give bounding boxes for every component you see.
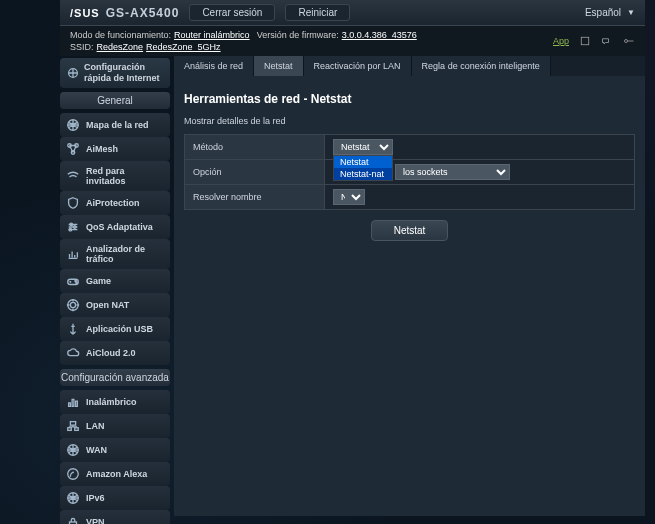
quick-setup-button[interactable]: Configuración rápida de Internet bbox=[60, 58, 170, 88]
svg-point-1 bbox=[625, 40, 628, 43]
sidebar-item-label: Aplicación USB bbox=[86, 324, 153, 334]
sidebar-item-wan[interactable]: WAN bbox=[60, 438, 170, 462]
svg-point-13 bbox=[76, 282, 77, 283]
fw-link[interactable]: 3.0.0.4.386_43576 bbox=[342, 30, 417, 40]
sidebar-item-open-nat[interactable]: Open NAT bbox=[60, 293, 170, 317]
tab-netstat[interactable]: Netstat bbox=[254, 56, 304, 76]
alexa-icon bbox=[66, 467, 80, 481]
app-link[interactable]: App bbox=[553, 36, 569, 46]
svg-rect-17 bbox=[68, 428, 72, 431]
tab-smart-connect[interactable]: Regla de conexión inteligente bbox=[412, 56, 551, 76]
sidebar-item-red-para-invitados[interactable]: Red para invitados bbox=[60, 161, 170, 191]
signal-icon bbox=[66, 395, 80, 409]
section-advanced: Configuración avanzada bbox=[60, 369, 170, 386]
sidebar-item-qos-adaptativa[interactable]: QoS Adaptativa bbox=[60, 215, 170, 239]
sidebar-item-vpn[interactable]: VPN bbox=[60, 510, 170, 524]
gamepad-icon bbox=[66, 274, 80, 288]
reboot-button[interactable]: Reiniciar bbox=[285, 4, 350, 21]
section-general: General bbox=[60, 92, 170, 109]
lock-icon bbox=[66, 515, 80, 524]
globe-icon bbox=[66, 491, 80, 505]
sidebar-item-inal-mbrico[interactable]: Inalámbrico bbox=[60, 390, 170, 414]
mode-label: Modo de funcionamiento: bbox=[70, 30, 171, 40]
sidebar-item-label: LAN bbox=[86, 421, 105, 431]
sidebar-item-lan[interactable]: LAN bbox=[60, 414, 170, 438]
option-select-2[interactable]: los sockets bbox=[395, 164, 510, 180]
ssid-label: SSID: bbox=[70, 42, 94, 52]
sidebar-item-label: WAN bbox=[86, 445, 107, 455]
model-name: GS-AX5400 bbox=[106, 6, 180, 20]
ssid2-link[interactable]: RedesZone_5GHz bbox=[146, 42, 221, 52]
sidebar-item-label: IPv6 bbox=[86, 493, 105, 503]
svg-point-20 bbox=[68, 469, 79, 480]
sidebar-item-label: Amazon Alexa bbox=[86, 469, 147, 479]
sidebar-item-label: AiProtection bbox=[86, 198, 140, 208]
tab-wol[interactable]: Reactivación por LAN bbox=[304, 56, 412, 76]
svg-rect-18 bbox=[75, 428, 79, 431]
wifi-icon bbox=[66, 169, 80, 183]
info-bar: Modo de funcionamiento: Router inalámbri… bbox=[60, 26, 645, 56]
sidebar-item-label: Inalámbrico bbox=[86, 397, 137, 407]
language-selector[interactable]: Español ▼ bbox=[585, 7, 635, 18]
sidebar: Configuración rápida de Internet General… bbox=[60, 56, 170, 524]
sidebar-item-label: VPN bbox=[86, 517, 105, 524]
resolve-label: Resolver nombre bbox=[185, 185, 325, 210]
sidebar-item-analizador-de-tr-fico[interactable]: Analizador de tráfico bbox=[60, 239, 170, 269]
target-icon bbox=[66, 298, 80, 312]
header-bar: /SUS GS-AX5400 Cerrar sesión Reiniciar E… bbox=[60, 0, 645, 26]
globe-icon bbox=[66, 118, 80, 132]
globe-icon bbox=[66, 443, 80, 457]
chart-icon bbox=[66, 247, 80, 261]
sidebar-item-game[interactable]: Game bbox=[60, 269, 170, 293]
netstat-form: Método Netstat Netstat Netstat-nat bbox=[184, 134, 635, 210]
sidebar-item-ipv6[interactable]: IPv6 bbox=[60, 486, 170, 510]
sidebar-item-label: Game bbox=[86, 276, 111, 286]
brand-logo: /SUS bbox=[70, 7, 100, 19]
lan-icon bbox=[66, 419, 80, 433]
method-dropdown-list: Netstat Netstat-nat bbox=[333, 155, 393, 181]
method-option-netstat-nat[interactable]: Netstat-nat bbox=[334, 168, 392, 180]
sidebar-item-label: Mapa de la red bbox=[86, 120, 149, 130]
netstat-submit-button[interactable]: Netstat bbox=[371, 220, 449, 241]
panel-subtitle: Mostrar detalles de la red bbox=[184, 116, 635, 134]
svg-rect-16 bbox=[70, 422, 75, 426]
sidebar-item-label: AiCloud 2.0 bbox=[86, 348, 136, 358]
sidebar-item-aicloud-2-0[interactable]: AiCloud 2.0 bbox=[60, 341, 170, 365]
mesh-icon bbox=[66, 142, 80, 156]
tab-network-analysis[interactable]: Análisis de red bbox=[174, 56, 254, 76]
usb-icon bbox=[66, 322, 80, 336]
quick-setup-label: Configuración rápida de Internet bbox=[84, 62, 164, 84]
main-content: Análisis de red Netstat Reactivación por… bbox=[170, 56, 645, 524]
sidebar-item-label: Red para invitados bbox=[86, 166, 164, 186]
chevron-down-icon: ▼ bbox=[627, 8, 635, 17]
svg-rect-0 bbox=[581, 37, 589, 45]
notification-icon[interactable] bbox=[579, 35, 591, 47]
usb-icon[interactable] bbox=[623, 35, 635, 47]
tabs: Análisis de red Netstat Reactivación por… bbox=[174, 56, 645, 76]
sidebar-item-label: QoS Adaptativa bbox=[86, 222, 153, 232]
sidebar-item-amazon-alexa[interactable]: Amazon Alexa bbox=[60, 462, 170, 486]
method-select[interactable]: Netstat bbox=[333, 139, 393, 155]
gear-globe-icon bbox=[66, 66, 80, 80]
sidebar-item-label: Analizador de tráfico bbox=[86, 244, 164, 264]
language-label: Español bbox=[585, 7, 621, 18]
fw-label: Versión de firmware: bbox=[257, 30, 339, 40]
sidebar-item-label: Open NAT bbox=[86, 300, 129, 310]
sidebar-item-aimesh[interactable]: AiMesh bbox=[60, 137, 170, 161]
panel-title: Herramientas de red - Netstat bbox=[184, 86, 635, 116]
sidebar-item-label: AiMesh bbox=[86, 144, 118, 154]
option-label: Opción bbox=[185, 160, 325, 185]
shield-icon bbox=[66, 196, 80, 210]
resolve-select[interactable]: No bbox=[333, 189, 365, 205]
svg-point-15 bbox=[70, 302, 75, 307]
sidebar-item-aiprotection[interactable]: AiProtection bbox=[60, 191, 170, 215]
logout-button[interactable]: Cerrar sesión bbox=[189, 4, 275, 21]
ssid1-link[interactable]: RedesZone bbox=[97, 42, 144, 52]
mode-link[interactable]: Router inalámbrico bbox=[174, 30, 250, 40]
method-option-netstat[interactable]: Netstat bbox=[334, 156, 392, 168]
feedback-icon[interactable] bbox=[601, 35, 613, 47]
method-label: Método bbox=[185, 135, 325, 160]
sidebar-item-aplicaci-n-usb[interactable]: Aplicación USB bbox=[60, 317, 170, 341]
cloud-icon bbox=[66, 346, 80, 360]
sidebar-item-mapa-de-la-red[interactable]: Mapa de la red bbox=[60, 113, 170, 137]
